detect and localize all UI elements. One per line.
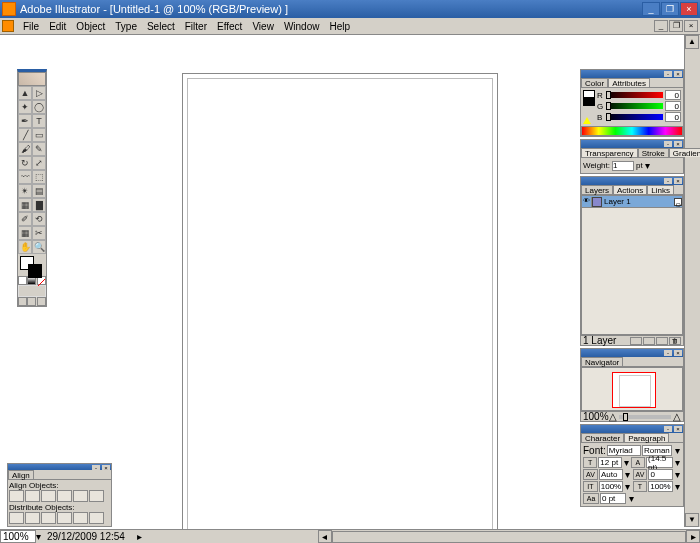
- mdi-restore-button[interactable]: ❐: [669, 20, 683, 32]
- magic-wand-tool[interactable]: ✦: [18, 100, 32, 114]
- pencil-tool[interactable]: ✎: [32, 142, 46, 156]
- type-tool[interactable]: T: [32, 114, 46, 128]
- free-transform-tool[interactable]: ⬚: [32, 170, 46, 184]
- panel-collapse-button[interactable]: -: [664, 350, 672, 356]
- align-right-button[interactable]: [41, 490, 56, 502]
- panel-collapse-button[interactable]: -: [664, 141, 672, 147]
- weight-input[interactable]: [612, 161, 634, 171]
- weight-dropdown[interactable]: ▾: [645, 160, 650, 171]
- fill-stroke-swatch[interactable]: [18, 254, 46, 276]
- panel-collapse-button[interactable]: -: [664, 71, 672, 77]
- tab-links[interactable]: Links: [647, 185, 674, 194]
- fill-preview[interactable]: [583, 90, 595, 98]
- graph-tool[interactable]: ▤: [32, 184, 46, 198]
- align-hcenter-button[interactable]: [25, 490, 40, 502]
- menu-help[interactable]: Help: [324, 20, 355, 33]
- navigator-proxy[interactable]: [581, 367, 683, 411]
- g-slider[interactable]: [606, 103, 663, 109]
- hscale-input[interactable]: 100%: [648, 481, 672, 492]
- leading-input[interactable]: (14.5 pt): [646, 457, 673, 468]
- distribute-bottom-button[interactable]: [41, 512, 56, 524]
- symbol-sprayer-tool[interactable]: ✴: [18, 184, 32, 198]
- maximize-button[interactable]: ❐: [661, 2, 679, 16]
- menu-effect[interactable]: Effect: [212, 20, 247, 33]
- tab-actions[interactable]: Actions: [613, 185, 647, 194]
- distribute-hcenter-button[interactable]: [73, 512, 88, 524]
- vscale-input[interactable]: 100%: [599, 481, 623, 492]
- zoom-out-icon[interactable]: △: [609, 411, 617, 422]
- distribute-vcenter-button[interactable]: [25, 512, 40, 524]
- align-vcenter-button[interactable]: [73, 490, 88, 502]
- blend-tool[interactable]: ⟲: [32, 212, 46, 226]
- tab-paragraph[interactable]: Paragraph: [624, 433, 669, 442]
- scroll-up-button[interactable]: ▲: [685, 35, 699, 49]
- tab-character[interactable]: Character: [581, 433, 624, 442]
- stroke-preview[interactable]: [583, 98, 595, 106]
- horizontal-scrollbar[interactable]: [332, 531, 686, 543]
- panel-collapse-button[interactable]: -: [664, 426, 672, 432]
- screen-mode-normal[interactable]: [18, 297, 27, 306]
- artboard[interactable]: [182, 73, 498, 537]
- panel-collapse-button[interactable]: -: [664, 178, 672, 184]
- tab-layers[interactable]: Layers: [581, 185, 613, 194]
- line-tool[interactable]: ╱: [18, 128, 32, 142]
- screen-mode-full-menus[interactable]: [27, 297, 36, 306]
- layer-row[interactable]: 👁 Layer 1 ○: [582, 196, 682, 208]
- panel-close-button[interactable]: ×: [674, 178, 682, 184]
- baseline-input[interactable]: 0 pt: [600, 493, 626, 504]
- tracking-input[interactable]: 0: [648, 469, 672, 480]
- scissors-tool[interactable]: ✂: [32, 226, 46, 240]
- zoom-slider[interactable]: [619, 415, 671, 419]
- tab-color[interactable]: Color: [581, 78, 608, 87]
- hand-tool[interactable]: ✋: [18, 240, 32, 254]
- create-sublayer-button[interactable]: [643, 337, 655, 345]
- minimize-button[interactable]: _: [642, 2, 660, 16]
- tab-stroke[interactable]: Stroke: [638, 148, 669, 157]
- rectangle-tool[interactable]: ▭: [32, 128, 46, 142]
- mesh-tool[interactable]: ▦: [18, 198, 32, 212]
- panel-close-button[interactable]: ×: [674, 71, 682, 77]
- vertical-scrollbar[interactable]: ▲ ▼: [684, 35, 700, 527]
- gradient-tool[interactable]: ▇: [32, 198, 46, 212]
- slice-tool[interactable]: ▦: [18, 226, 32, 240]
- menu-select[interactable]: Select: [142, 20, 180, 33]
- b-slider[interactable]: [606, 114, 663, 120]
- panel-close-button[interactable]: ×: [674, 350, 682, 356]
- lasso-tool[interactable]: ◯: [32, 100, 46, 114]
- gamut-warning-icon[interactable]: [583, 117, 591, 124]
- layer-target-icon[interactable]: ○: [674, 198, 682, 206]
- menu-filter[interactable]: Filter: [180, 20, 212, 33]
- menu-view[interactable]: View: [247, 20, 279, 33]
- tab-attributes[interactable]: Attributes: [608, 78, 650, 87]
- layer-list[interactable]: 👁 Layer 1 ○: [581, 195, 683, 335]
- align-top-button[interactable]: [57, 490, 72, 502]
- layer-name[interactable]: Layer 1: [602, 197, 674, 206]
- align-bottom-button[interactable]: [89, 490, 104, 502]
- mdi-minimize-button[interactable]: _: [654, 20, 668, 32]
- menu-window[interactable]: Window: [279, 20, 325, 33]
- font-dropdown-icon[interactable]: ▾: [673, 445, 681, 456]
- zoom-field[interactable]: 100%: [0, 530, 36, 543]
- tab-align[interactable]: Align: [8, 470, 34, 479]
- mdi-close-button[interactable]: ×: [684, 20, 698, 32]
- color-mode-button[interactable]: [18, 276, 27, 285]
- menu-edit[interactable]: Edit: [44, 20, 71, 33]
- rotate-tool[interactable]: ↻: [18, 156, 32, 170]
- menu-type[interactable]: Type: [110, 20, 142, 33]
- stroke-swatch[interactable]: [28, 264, 42, 278]
- close-button[interactable]: ×: [680, 2, 698, 16]
- zoom-tool[interactable]: 🔍: [32, 240, 46, 254]
- menu-file[interactable]: File: [18, 20, 44, 33]
- menu-object[interactable]: Object: [71, 20, 110, 33]
- scroll-down-button[interactable]: ▼: [685, 513, 699, 527]
- direct-selection-tool[interactable]: ▷: [32, 86, 46, 100]
- align-left-button[interactable]: [9, 490, 24, 502]
- tab-transparency[interactable]: Transparency: [581, 148, 638, 157]
- font-family-select[interactable]: Myriad: [607, 445, 641, 456]
- zoom-in-icon[interactable]: △: [673, 411, 681, 422]
- screen-mode-full[interactable]: [37, 297, 46, 306]
- make-clipping-mask-button[interactable]: [630, 337, 642, 345]
- panel-close-button[interactable]: ×: [674, 141, 682, 147]
- r-slider[interactable]: [606, 92, 663, 98]
- distribute-right-button[interactable]: [89, 512, 104, 524]
